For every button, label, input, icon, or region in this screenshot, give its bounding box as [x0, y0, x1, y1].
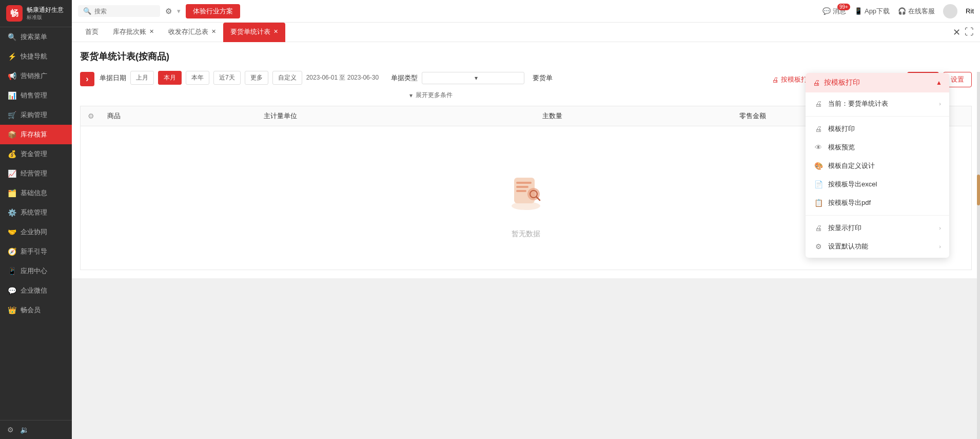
tab-receipts-summary-close[interactable]: ✕: [211, 28, 216, 35]
sidebar-item-marketing[interactable]: 📢 营销推广: [0, 66, 72, 86]
template-print-icon: 🖨: [814, 125, 823, 133]
tab-inventory-batch-label: 库存批次账: [113, 27, 146, 36]
dropdown-item-template-preview[interactable]: 👁 模板预览: [806, 138, 949, 157]
expand-conditions-btn[interactable]: ▾ 展开更多条件: [100, 89, 763, 102]
wechat-icon: 💬: [7, 286, 16, 295]
date-btn-7days[interactable]: 近7天: [213, 71, 241, 85]
system-icon: ⚙️: [7, 208, 16, 217]
date-btn-more[interactable]: 更多: [245, 71, 268, 85]
col-unit: 主计量单位: [258, 106, 536, 126]
dropdown-item-template-print[interactable]: 🖨 模板打印: [806, 120, 949, 138]
page-title: 要货单统计表(按商品): [80, 50, 972, 63]
search-input[interactable]: [94, 8, 155, 15]
display-print-label: 按显示打印: [828, 223, 861, 233]
sidebar-item-purchase[interactable]: 🛒 采购管理: [0, 105, 72, 125]
tab-expand-icon[interactable]: ⛶: [965, 27, 974, 37]
app-download-btn[interactable]: 📱 App下载: [854, 7, 890, 16]
sidebar-item-label: 畅会员: [21, 306, 41, 315]
export-excel-icon: 📄: [814, 180, 823, 188]
messages-badge: 99+: [837, 4, 850, 10]
online-service-btn[interactable]: 🎧 在线客服: [898, 7, 935, 16]
tab-receipts-summary-label: 收发存汇总表: [168, 27, 208, 36]
sidebar-item-label: 销售管理: [21, 91, 47, 100]
sidebar-item-operation[interactable]: 📈 经营管理: [0, 164, 72, 183]
type-select[interactable]: ▾: [422, 72, 524, 84]
member-icon: 👑: [7, 306, 16, 315]
date-btn-this-month[interactable]: 本月: [158, 71, 182, 85]
sidebar-item-wechat[interactable]: 💬 企业微信: [0, 281, 72, 300]
app-download-icon: 📱: [854, 7, 863, 15]
template-print-label: 模板打印: [828, 124, 855, 133]
dropdown-display-print[interactable]: 🖨 按显示打印 ›: [806, 219, 949, 237]
filter-controls: 单据日期 上月 本月 本年 近7天 更多 自定义 2023-06-01 至 20…: [100, 71, 763, 102]
tab-close-all-icon[interactable]: ✕: [953, 27, 961, 38]
search-menu-icon: 🔍: [7, 32, 16, 42]
export-excel-label: 按模板导出excel: [828, 180, 877, 189]
tab-order-summary[interactable]: 要货单统计表 ✕: [223, 23, 285, 42]
sidebar-item-appcenter[interactable]: 📱 应用中心: [0, 261, 72, 281]
current-arrow-icon: ›: [939, 101, 941, 107]
user-avatar[interactable]: [943, 4, 957, 18]
date-btn-last-month[interactable]: 上月: [130, 71, 154, 85]
sidebar-item-label: 搜索菜单: [21, 32, 47, 42]
sidebar-item-finance[interactable]: 💰 资金管理: [0, 144, 72, 164]
col-qty: 主数量: [536, 106, 733, 126]
dropdown-title: 🖨 按模板打印: [813, 78, 860, 87]
topbar-gear-icon[interactable]: ⚙: [165, 7, 172, 16]
tab-home-label: 首页: [85, 27, 99, 36]
sidebar-item-label: 企业微信: [21, 286, 47, 295]
sidebar-item-label: 资金管理: [21, 149, 47, 159]
sidebar-item-sales[interactable]: 📊 销售管理: [0, 86, 72, 105]
scrollbar-thumb[interactable]: [977, 175, 980, 205]
sidebar-item-system[interactable]: ⚙️ 系统管理: [0, 203, 72, 222]
footer-sound-icon[interactable]: 🔉: [20, 426, 29, 434]
dropdown-default-function[interactable]: ⚙ 设置默认功能 ›: [806, 237, 949, 256]
tab-order-summary-close[interactable]: ✕: [273, 28, 278, 35]
footer-settings-icon[interactable]: ⚙: [7, 426, 14, 434]
filter-toggle-btn[interactable]: ›: [80, 72, 94, 86]
sidebar-item-newguide[interactable]: 🧭 新手引导: [0, 242, 72, 261]
trial-button[interactable]: 体验行业方案: [186, 4, 240, 18]
sidebar-item-basic[interactable]: 🗂️ 基础信息: [0, 183, 72, 203]
order-type-label: 要货单: [533, 73, 553, 83]
template-preview-icon: 👁: [814, 143, 823, 151]
sidebar-item-collab[interactable]: 🤝 企业协同: [0, 222, 72, 242]
column-settings-icon[interactable]: ⚙: [88, 112, 94, 120]
current-template-label: 当前：要货单统计表: [828, 99, 888, 108]
date-filter-label: 单据日期: [100, 73, 126, 83]
tab-home[interactable]: 首页: [78, 23, 106, 42]
type-select-arrow: ▾: [475, 74, 519, 82]
template-design-label: 模板自定义设计: [828, 161, 875, 170]
sidebar-item-search[interactable]: 🔍 搜索菜单: [0, 27, 72, 47]
dropdown-item-export-excel[interactable]: 📄 按模板导出excel: [806, 175, 949, 194]
tab-receipts-summary[interactable]: 收发存汇总表 ✕: [161, 23, 223, 42]
date-btn-custom[interactable]: 自定义: [272, 71, 302, 85]
dropdown-collapse-icon[interactable]: ▲: [936, 79, 942, 86]
marketing-icon: 📢: [7, 71, 16, 81]
messages-btn[interactable]: 💬 消息 99+: [822, 7, 846, 16]
dropdown-current-item[interactable]: 🖨 当前：要货单统计表 ›: [806, 94, 949, 113]
dropdown-item-export-pdf[interactable]: 📋 按模板导出pdf: [806, 194, 949, 212]
scrollbar-track[interactable]: [977, 72, 980, 439]
date-btn-this-year[interactable]: 本年: [186, 71, 209, 85]
tab-inventory-batch[interactable]: 库存批次账 ✕: [106, 23, 161, 42]
topbar-right-section: 💬 消息 99+ 📱 App下载 🎧 在线客服 Rit: [822, 4, 974, 18]
sidebar-item-label: 企业协同: [21, 227, 47, 237]
svg-rect-3: [516, 186, 528, 188]
service-icon: 🎧: [898, 7, 906, 15]
dropdown-divider-2: [806, 215, 949, 216]
sidebar-item-member[interactable]: 👑 畅会员: [0, 300, 72, 320]
default-function-label: 设置默认功能: [828, 242, 868, 251]
tab-order-summary-label: 要货单统计表: [230, 27, 270, 36]
default-function-icon: ⚙: [814, 242, 823, 251]
tab-inventory-batch-close[interactable]: ✕: [149, 28, 154, 35]
sidebar-item-quicknav[interactable]: ⚡ 快捷导航: [0, 47, 72, 66]
dropdown-item-template-design[interactable]: 🎨 模板自定义设计: [806, 157, 949, 175]
sidebar-nav: 🔍 搜索菜单 ⚡ 快捷导航 📢 营销推广 📊 销售管理 🛒 采购管理 📦 库存核…: [0, 27, 72, 420]
sidebar-item-label: 快捷导航: [21, 52, 47, 61]
filter-row-1: 单据日期 上月 本月 本年 近7天 更多 自定义 2023-06-01 至 20…: [100, 71, 763, 85]
sidebar-item-inventory[interactable]: 📦 库存核算: [0, 125, 72, 144]
expand-label: 展开更多条件: [416, 91, 453, 100]
col-settings[interactable]: ⚙: [81, 106, 101, 126]
topbar-search-box[interactable]: 🔍: [78, 5, 160, 17]
